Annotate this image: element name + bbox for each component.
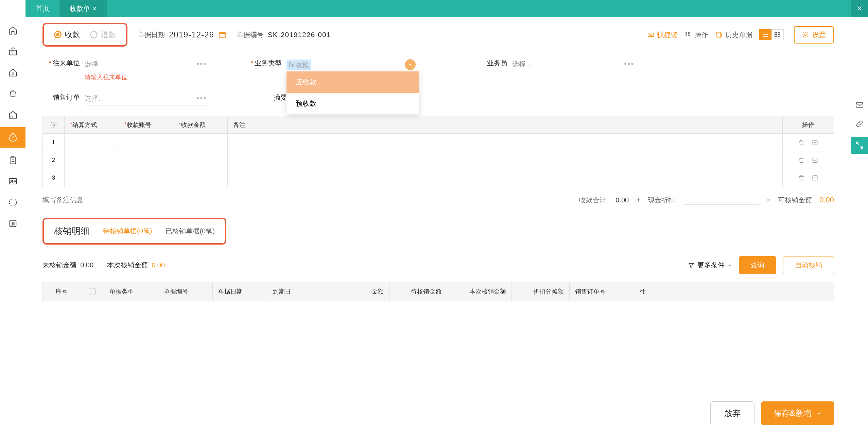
shortcut-link[interactable]: 快捷键 xyxy=(647,30,678,39)
cell[interactable] xyxy=(228,169,783,187)
calendar-icon[interactable] xyxy=(218,31,226,39)
cell[interactable] xyxy=(65,134,119,151)
add-icon[interactable] xyxy=(812,157,818,164)
col-header: *结算方式 xyxy=(65,116,119,133)
cell[interactable] xyxy=(119,151,173,169)
verify-tab-done[interactable]: 已核销单据(0笔) xyxy=(166,227,214,236)
more-icon[interactable]: ••• xyxy=(624,59,635,69)
verify-section: 核销明细 待核销单据(0笔) 已核销单据(0笔) 未核销金额: 0.00 本次核… xyxy=(42,218,834,301)
radio-refund[interactable]: 退款 xyxy=(90,30,116,40)
history-link[interactable]: 历史单据 xyxy=(715,30,752,39)
bag-icon[interactable] xyxy=(7,88,19,99)
radio-dot xyxy=(54,31,62,38)
placeholder: 选择... xyxy=(85,94,104,103)
radio-label: 退款 xyxy=(101,30,116,40)
link-label: 操作 xyxy=(695,30,708,39)
dropdown-option[interactable]: 预收款 xyxy=(287,93,419,114)
tab-label: 首页 xyxy=(36,4,49,13)
add-icon[interactable] xyxy=(812,139,818,146)
home-icon[interactable] xyxy=(7,24,19,36)
more-conditions-button[interactable]: 更多条件 xyxy=(688,261,732,270)
clipboard-icon[interactable] xyxy=(7,154,19,166)
writable-label: 可核销金额 xyxy=(778,196,812,205)
delete-icon[interactable] xyxy=(798,157,805,164)
label: 本次核销金额: xyxy=(107,261,150,269)
contact-icon[interactable] xyxy=(7,176,19,187)
delete-icon[interactable] xyxy=(798,175,805,181)
checkbox-icon[interactable] xyxy=(89,288,96,295)
view-grid-button[interactable] xyxy=(771,29,784,40)
svg-text:新: 新 xyxy=(11,222,15,226)
radio-dot xyxy=(90,31,98,38)
cell[interactable] xyxy=(173,134,228,151)
verify-tab-pending[interactable]: 待核销单据(0笔) xyxy=(103,227,152,236)
warehouse-icon[interactable] xyxy=(7,109,19,120)
col-header: 序号 xyxy=(43,282,80,301)
expand-icon[interactable] xyxy=(851,137,868,154)
mail-icon[interactable] xyxy=(853,99,866,111)
money-bag-icon[interactable]: ¥ xyxy=(0,127,25,148)
tab-close-icon[interactable]: × xyxy=(93,5,97,12)
date-value[interactable]: 2019-12-26 xyxy=(169,30,214,39)
remark-input[interactable] xyxy=(42,194,158,206)
price-house-icon[interactable]: $ xyxy=(7,67,19,78)
partner-input[interactable]: 选择... ••• xyxy=(85,57,207,71)
cell[interactable] xyxy=(119,169,173,187)
cell[interactable] xyxy=(228,151,783,169)
grid-header: *结算方式 *收款账号 *收款金额 备注 操作 xyxy=(43,116,834,134)
add-icon[interactable] xyxy=(812,175,818,181)
discount-input[interactable] xyxy=(684,195,759,205)
row-index: 3 xyxy=(43,169,65,187)
chevron-up-icon[interactable] xyxy=(405,59,416,70)
more-icon[interactable]: ••• xyxy=(196,94,207,103)
gift-icon[interactable] xyxy=(7,46,19,57)
more-icon[interactable]: ••• xyxy=(196,59,207,69)
operate-link[interactable]: 操作 xyxy=(684,30,708,39)
delete-icon[interactable] xyxy=(798,139,805,146)
cell[interactable] xyxy=(65,151,119,169)
form-row-2: 销售订单 选择... ••• 摘要 xyxy=(42,92,834,105)
new-icon[interactable]: 新 xyxy=(7,218,19,229)
verify-header: 核销明细 待核销单据(0笔) 已核销单据(0笔) xyxy=(42,218,226,245)
verify-filter-right: 更多条件 查询 自动核销 xyxy=(688,256,834,274)
cell[interactable] xyxy=(173,169,228,187)
cell[interactable] xyxy=(173,151,228,169)
verify-grid: 序号 单据类型 单据编号 单据日期 到期日 金额 待核销金额 本次核销金额 折扣… xyxy=(42,282,834,301)
cell[interactable] xyxy=(119,134,173,151)
tab-receipt[interactable]: 收款单 × xyxy=(59,0,107,17)
number-value: SK-20191226-001 xyxy=(268,31,331,39)
discard-button[interactable]: 放弃 xyxy=(710,401,754,425)
field-label: 业务员 xyxy=(470,57,507,68)
svg-point-15 xyxy=(686,35,687,36)
window-close-button[interactable]: × xyxy=(851,0,868,17)
link-icon[interactable] xyxy=(853,118,866,130)
label: 更多条件 xyxy=(697,261,725,270)
discount-label: 现金折扣: xyxy=(648,196,677,205)
svg-rect-5 xyxy=(9,179,16,184)
salesorder-input[interactable]: 选择... ••• xyxy=(85,92,207,105)
refresh-icon[interactable] xyxy=(7,197,19,208)
settings-button[interactable]: 设置 xyxy=(794,26,834,44)
view-toggle xyxy=(759,29,784,40)
svg-point-7 xyxy=(9,199,16,206)
view-list-button[interactable] xyxy=(759,29,771,40)
auto-verify-button[interactable]: 自动核销 xyxy=(783,256,834,274)
tab-home[interactable]: 首页 xyxy=(25,0,59,17)
cell[interactable] xyxy=(228,134,783,151)
col-header: 往 xyxy=(634,282,834,301)
biztype-select[interactable]: 应收款 xyxy=(287,57,416,72)
col-header: 本次核销金额 xyxy=(447,282,512,301)
radio-receipt[interactable]: 收款 xyxy=(54,30,80,40)
cell[interactable] xyxy=(65,169,119,187)
col-header: 单据类型 xyxy=(104,282,158,301)
query-button[interactable]: 查询 xyxy=(739,256,776,274)
save-new-button[interactable]: 保存&新增 xyxy=(761,401,834,425)
checkbox-header[interactable] xyxy=(80,282,104,301)
operator-input[interactable]: 选择... ••• xyxy=(512,57,635,71)
biztype-dropdown: 应收款 预收款 xyxy=(287,71,419,114)
dropdown-option[interactable]: 应收款 xyxy=(287,71,419,93)
svg-text:$: $ xyxy=(12,71,14,75)
gear-cell[interactable] xyxy=(43,116,65,133)
col-header: 到期日 xyxy=(267,282,328,301)
main-area: 收款 退款 单据日期 2019-12-26 单据编号 SK-20191226-0… xyxy=(25,17,851,432)
